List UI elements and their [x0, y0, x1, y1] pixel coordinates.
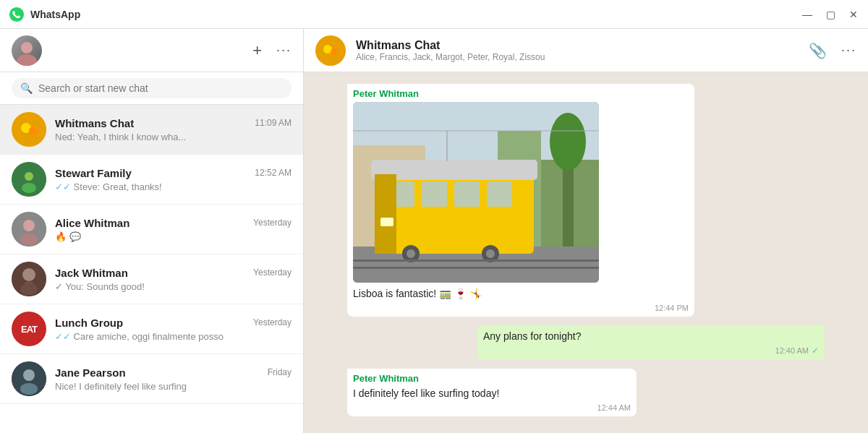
attach-button[interactable]: 📎 [809, 42, 827, 59]
sidebar-actions: + ··· [252, 41, 292, 60]
tick-icon-stewart: ✓✓ [55, 181, 71, 192]
chat-name-whitmans: Whitmans Chat [55, 117, 134, 129]
chat-info-jane: Jane Pearson Friday Nice! I definitely f… [55, 366, 292, 392]
svg-point-43 [550, 113, 586, 171]
avatar-lunch: EAT [12, 312, 46, 346]
chat-info-stewart: Stewart Family 12:52 AM ✓✓ Steve: Great,… [55, 167, 292, 192]
new-chat-button[interactable]: + [252, 41, 262, 60]
chat-header-actions: 📎 ··· [809, 42, 856, 59]
search-input[interactable] [38, 82, 283, 94]
chat-item-lunch[interactable]: EAT Lunch Group Yesterday ✓✓ Care amiche… [0, 304, 303, 354]
chat-info-whitmans: Whitmans Chat 11:09 AM Ned: Yeah, I thin… [55, 117, 292, 142]
chat-name-alice: Alice Whitman [55, 217, 129, 229]
svg-point-17 [23, 369, 35, 381]
chat-time-whitmans: 11:09 AM [255, 118, 292, 128]
minimize-button[interactable]: — [801, 9, 813, 20]
chat-header-info: Whitmans Chat Alice, Francis, Jack, Marg… [356, 39, 799, 62]
messages-area: Peter Whitman [304, 72, 868, 433]
svg-point-39 [486, 249, 495, 258]
sidebar: + ··· 🔍 [0, 29, 304, 433]
svg-point-10 [23, 220, 35, 231]
avatar-alice [12, 212, 46, 246]
svg-rect-40 [353, 260, 599, 262]
msg-sender-1: Peter Whitman [353, 88, 689, 99]
svg-point-21 [331, 48, 338, 56]
msg-time-3: 12:44 AM [597, 403, 631, 412]
chat-name-jane: Jane Pearson [55, 366, 126, 379]
msg-text-3: I definitely feel like surfing today! [353, 387, 631, 401]
chat-name-jack: Jack Whitman [55, 267, 128, 279]
main-layout: + ··· 🔍 [0, 29, 868, 433]
msg-time-2: 12:40 AM [775, 346, 809, 355]
svg-rect-41 [353, 267, 599, 269]
message-1: Peter Whitman [347, 84, 694, 317]
svg-point-7 [25, 172, 33, 181]
chat-preview-alice: 🔥 💬 [55, 231, 292, 242]
whatsapp-logo-icon [9, 7, 25, 22]
msg-image-1 [353, 102, 599, 283]
my-avatar[interactable] [12, 35, 42, 66]
chat-header-members: Alice, Francis, Jack, Margot, Peter, Roy… [356, 52, 799, 62]
message-2: Any plans for tonight? 12:40 AM ✓ [477, 325, 825, 361]
svg-point-0 [9, 7, 24, 21]
avatar-whitmans [12, 112, 46, 147]
chat-time-jack: Yesterday [253, 267, 292, 278]
window-controls: — ▢ ✕ [801, 9, 859, 20]
chat-info-jack: Jack Whitman Yesterday ✓ You: Sounds goo… [55, 267, 292, 292]
svg-rect-32 [454, 181, 480, 207]
chat-preview-stewart: ✓✓ Steve: Great, thanks! [55, 181, 292, 192]
svg-point-1 [21, 42, 33, 53]
avatar-jack [12, 262, 46, 296]
chat-preview-lunch: ✓✓ Care amiche, oggi finalmente posso [55, 331, 292, 342]
msg-sender-3: Peter Whitman [353, 373, 631, 384]
svg-point-5 [29, 127, 38, 135]
chat-time-stewart: 12:52 AM [255, 168, 292, 178]
chat-preview-jane: Nice! I definitely feel like surfing [55, 381, 292, 392]
chat-time-alice: Yesterday [253, 218, 292, 228]
menu-button[interactable]: ··· [276, 43, 292, 58]
chat-list: Whitmans Chat 11:09 AM Ned: Yeah, I thin… [0, 105, 303, 433]
svg-point-37 [407, 249, 415, 258]
tick-icon-lunch: ✓✓ [55, 331, 71, 342]
message-3: Peter Whitman I definitely feel like sur… [347, 369, 637, 416]
chat-item-jack[interactable]: Jack Whitman Yesterday ✓ You: Sounds goo… [0, 254, 303, 304]
svg-point-2 [17, 54, 37, 66]
svg-rect-34 [375, 174, 396, 254]
msg-time-1: 12:44 PM [655, 304, 689, 312]
avatar-stewart [12, 162, 46, 197]
chat-menu-button[interactable]: ··· [841, 43, 856, 58]
search-wrap[interactable]: 🔍 [12, 78, 292, 98]
chat-time-jane: Friday [268, 367, 292, 377]
svg-point-11 [20, 233, 38, 245]
svg-rect-35 [380, 218, 393, 226]
svg-point-18 [20, 383, 38, 395]
chat-header: Whitmans Chat Alice, Francis, Jack, Marg… [304, 29, 868, 72]
msg-tick-2: ✓ [812, 346, 819, 356]
avatar-jane [12, 361, 46, 396]
close-button[interactable]: ✕ [848, 9, 859, 20]
maximize-button[interactable]: ▢ [825, 9, 836, 20]
svg-point-8 [22, 183, 36, 193]
svg-point-15 [20, 283, 38, 295]
chat-time-lunch: Yesterday [253, 317, 292, 327]
msg-meta-1: 12:44 PM [353, 304, 689, 312]
chat-preview-jack: ✓ You: Sounds good! [55, 281, 292, 292]
chat-info-lunch: Lunch Group Yesterday ✓✓ Care amiche, og… [55, 317, 292, 342]
chat-item-alice[interactable]: Alice Whitman Yesterday 🔥 💬 [0, 205, 303, 254]
chat-item-stewart[interactable]: Stewart Family 12:52 AM ✓✓ Steve: Great,… [0, 155, 303, 205]
chat-preview-whitmans: Ned: Yeah, I think I know wha... [55, 132, 292, 142]
msg-meta-2: 12:40 AM ✓ [483, 346, 819, 356]
chat-area: Whitmans Chat Alice, Francis, Jack, Marg… [304, 29, 868, 433]
svg-point-13 [22, 268, 35, 281]
chat-header-avatar[interactable] [315, 35, 346, 66]
msg-text-1: Lisboa is fantastic! 🚃 🍷 🤸 [353, 287, 689, 301]
search-icon: 🔍 [20, 82, 33, 94]
tick-icon-jack: ✓ [55, 281, 63, 292]
chat-item-jane[interactable]: Jane Pearson Friday Nice! I definitely f… [0, 354, 303, 404]
svg-rect-33 [487, 181, 512, 207]
chat-info-alice: Alice Whitman Yesterday 🔥 💬 [55, 217, 292, 242]
chat-item-whitmans[interactable]: Whitmans Chat 11:09 AM Ned: Yeah, I thin… [0, 105, 303, 155]
svg-rect-31 [422, 181, 447, 207]
chat-name-lunch: Lunch Group [55, 317, 123, 329]
sidebar-header: + ··· [0, 29, 303, 72]
